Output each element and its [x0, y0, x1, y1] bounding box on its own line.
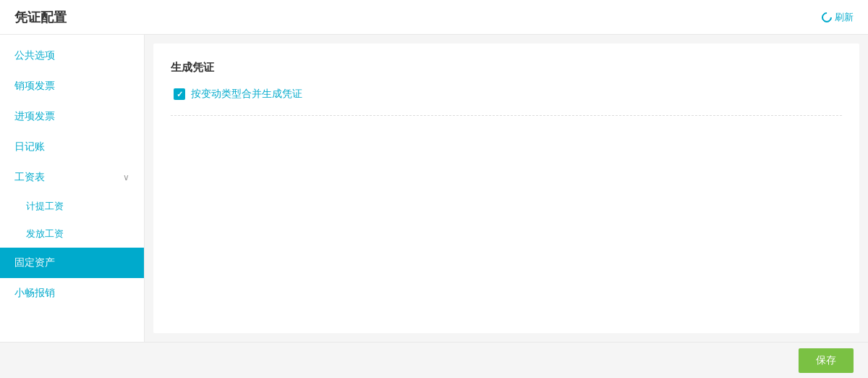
page-wrapper: 凭证配置 刷新 公共选项 销项发票 进项发票 日记账 工资表 ∨	[0, 0, 868, 378]
footer: 保存	[0, 342, 868, 378]
section-title: 生成凭证	[171, 61, 842, 75]
sidebar-item-sales-invoice[interactable]: 销项发票	[0, 71, 144, 101]
section-divider	[171, 115, 842, 116]
sidebar-item-public[interactable]: 公共选项	[0, 41, 144, 71]
main-content: 生成凭证 ✓ 按变动类型合并生成凭证	[153, 43, 859, 333]
sidebar-item-payroll[interactable]: 工资表 ∨	[0, 162, 144, 193]
sidebar-item-fixed-assets[interactable]: 固定资产	[0, 248, 144, 278]
check-icon: ✓	[176, 90, 183, 99]
sidebar: 公共选项 销项发票 进项发票 日记账 工资表 ∨ 计提工资 发放工资 固定资	[0, 35, 145, 342]
merge-checkbox[interactable]: ✓	[174, 88, 185, 100]
checkbox-label: 按变动类型合并生成凭证	[191, 88, 302, 101]
header: 凭证配置 刷新	[0, 0, 868, 35]
save-button[interactable]: 保存	[799, 348, 854, 373]
page-title: 凭证配置	[14, 9, 67, 26]
sidebar-item-journal[interactable]: 日记账	[0, 132, 144, 162]
sidebar-item-expense-report[interactable]: 小畅报销	[0, 278, 144, 308]
checkbox-row[interactable]: ✓ 按变动类型合并生成凭证	[174, 88, 842, 101]
refresh-icon	[820, 10, 834, 25]
chevron-down-icon: ∨	[123, 172, 129, 182]
refresh-button[interactable]: 刷新	[822, 11, 854, 24]
sidebar-item-purchase-invoice[interactable]: 进项发票	[0, 101, 144, 132]
body: 公共选项 销项发票 进项发票 日记账 工资表 ∨ 计提工资 发放工资 固定资	[0, 35, 868, 342]
sidebar-subitem-accrued-salary[interactable]: 计提工资	[0, 193, 144, 220]
sidebar-subitem-payroll-payment[interactable]: 发放工资	[0, 220, 144, 248]
refresh-label: 刷新	[835, 11, 854, 24]
